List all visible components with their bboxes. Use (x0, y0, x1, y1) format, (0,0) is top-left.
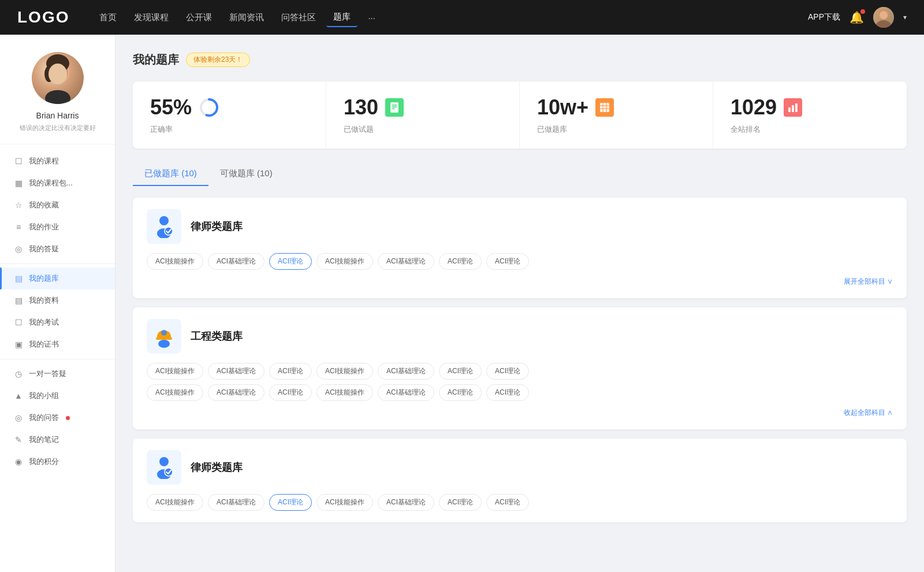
courses-icon: ☐ (14, 157, 23, 166)
tag-item[interactable]: ACI基础理论 (378, 494, 434, 511)
groups-icon: ▲ (14, 391, 23, 400)
notification-bell[interactable]: 🔔 (850, 10, 864, 24)
tag-item[interactable]: ACI理论 (269, 384, 312, 401)
user-avatar[interactable] (873, 7, 894, 28)
stat-accuracy: 55% 正确率 (133, 81, 326, 148)
sidebar-item-my-qa[interactable]: ◎ 我的问答 (0, 407, 115, 429)
tag-item[interactable]: ACI理论 (439, 494, 482, 511)
stat-accuracy-value: 55% (150, 95, 192, 120)
tag-item[interactable]: ACI技能操作 (147, 363, 203, 380)
profile-name: Brian Harris (12, 111, 103, 120)
tag-item[interactable]: ACI技能操作 (316, 363, 373, 380)
tag-item[interactable]: ACI理论 (486, 494, 529, 511)
tag-item[interactable]: ACI基础理论 (378, 253, 434, 270)
tag-item[interactable]: ACI基础理论 (208, 384, 264, 401)
tag-item[interactable]: ACI技能操作 (316, 494, 373, 511)
tag-item-active[interactable]: ACI理论 (269, 253, 312, 270)
notification-dot (860, 9, 865, 14)
donut-svg (199, 97, 219, 118)
tag-item[interactable]: ACI基础理论 (208, 253, 264, 270)
points-label: 我的积分 (29, 456, 59, 467)
one2one-label: 一对一答疑 (29, 369, 66, 379)
main-layout: Brian Harris 错误的决定比没有决定要好 ☐ 我的课程 ▦ 我的课程包… (0, 35, 924, 572)
nav-question-bank[interactable]: 题库 (326, 8, 357, 27)
tag-item[interactable]: ACI技能操作 (316, 253, 373, 270)
svg-rect-21 (792, 105, 794, 112)
points-icon: ◉ (14, 457, 23, 466)
stat-rank-top: 1029 (731, 95, 889, 120)
page-title: 我的题库 (133, 52, 179, 68)
tag-item-active[interactable]: ACI理论 (269, 494, 312, 511)
tag-item[interactable]: ACI技能操作 (316, 384, 373, 401)
chart-icon (784, 98, 802, 117)
sidebar-item-qa[interactable]: ◎ 我的答疑 (0, 238, 115, 260)
tag-item[interactable]: ACI理论 (439, 253, 482, 270)
profile-svg (32, 52, 84, 104)
tag-item[interactable]: ACI基础理论 (378, 363, 434, 380)
homework-icon: ≡ (14, 222, 23, 232)
my-qa-label: 我的问答 (29, 413, 59, 423)
stat-rank-value: 1029 (731, 95, 777, 120)
stat-done-banks: 10w+ 已做题库 (520, 81, 713, 148)
sidebar-item-question-bank[interactable]: ▤ 我的题库 (0, 268, 115, 289)
lawyer2-tags: ACI技能操作 ACI基础理论 ACI理论 ACI技能操作 ACI基础理论 AC… (147, 494, 893, 511)
tag-item[interactable]: ACI技能操作 (147, 384, 203, 401)
tag-item[interactable]: ACI基础理论 (208, 494, 264, 511)
packages-icon: ▦ (14, 179, 23, 188)
qa-icon: ◎ (14, 244, 23, 254)
tag-item[interactable]: ACI理论 (486, 253, 529, 270)
sidebar-item-my-courses[interactable]: ☐ 我的课程 (0, 150, 115, 172)
tag-item[interactable]: ACI技能操作 (147, 494, 203, 511)
nav-courses[interactable]: 发现课程 (127, 9, 176, 27)
app-download-button[interactable]: APP下载 (808, 12, 840, 23)
sheet-icon (595, 98, 614, 117)
tag-item[interactable]: ACI理论 (439, 384, 482, 401)
nav-news[interactable]: 新闻资讯 (222, 9, 271, 27)
sidebar-item-notes[interactable]: ✎ 我的笔记 (0, 429, 115, 451)
tab-todo-banks[interactable]: 可做题库 (10) (208, 162, 284, 186)
courses-label: 我的课程 (29, 156, 59, 166)
topnav-right: APP下载 🔔 ▾ (808, 7, 907, 28)
tag-item[interactable]: ACI理论 (269, 363, 312, 380)
stat-banks-value: 10w+ (537, 95, 588, 120)
bank-card-lawyer1-header: 律师类题库 (147, 209, 893, 244)
tag-item[interactable]: ACI理论 (439, 363, 482, 380)
sidebar-item-points[interactable]: ◉ 我的积分 (0, 451, 115, 473)
user-menu-chevron[interactable]: ▾ (903, 13, 907, 21)
divider-2 (0, 359, 115, 359)
nav-qa[interactable]: 问答社区 (274, 9, 323, 27)
svg-point-23 (159, 216, 169, 225)
tag-item[interactable]: ACI理论 (486, 363, 529, 380)
doc-icon (385, 98, 404, 117)
tag-item[interactable]: ACI技能操作 (147, 253, 203, 270)
exams-label: 我的考试 (29, 317, 59, 328)
qa-notification-dot (66, 416, 70, 420)
tag-item[interactable]: ACI基础理论 (208, 363, 264, 380)
sidebar-item-1to1-qa[interactable]: ◷ 一对一答疑 (0, 363, 115, 385)
bank-card-engineer1: 工程类题库 ACI技能操作 ACI基础理论 ACI理论 ACI技能操作 ACI基… (133, 307, 907, 429)
expand-lawyer1-button[interactable]: 展开全部科目 ∨ (147, 274, 893, 287)
sidebar-item-exams[interactable]: ☐ 我的考试 (0, 311, 115, 333)
svg-point-7 (49, 64, 67, 84)
nav-home[interactable]: 首页 (92, 9, 124, 27)
stats-row: 55% 正确率 130 (133, 81, 907, 148)
sidebar-item-certificates[interactable]: ▣ 我的证书 (0, 333, 115, 355)
tag-item[interactable]: ACI基础理论 (378, 384, 434, 401)
svg-point-29 (159, 457, 169, 466)
nav-open-course[interactable]: 公开课 (179, 9, 219, 27)
packages-label: 我的课程包... (29, 178, 73, 188)
tab-done-banks[interactable]: 已做题库 (10) (133, 162, 208, 186)
nav-more[interactable]: ··· (361, 9, 382, 26)
stat-rank-label: 全站排名 (731, 124, 889, 135)
tag-item[interactable]: ACI理论 (486, 384, 529, 401)
sidebar-item-favorites[interactable]: ☆ 我的收藏 (0, 194, 115, 216)
sidebar-item-course-packages[interactable]: ▦ 我的课程包... (0, 172, 115, 194)
sidebar-item-groups[interactable]: ▲ 我的小组 (0, 385, 115, 407)
sidebar-item-homework[interactable]: ≡ 我的作业 (0, 216, 115, 238)
notes-icon: ✎ (14, 435, 23, 444)
sidebar-item-materials[interactable]: ▤ 我的资料 (0, 289, 115, 311)
favorites-icon: ☆ (14, 200, 23, 210)
avatar-image (873, 7, 894, 28)
avatar-background (32, 52, 84, 104)
collapse-engineer1-button[interactable]: 收起全部科目 ∧ (147, 406, 893, 418)
